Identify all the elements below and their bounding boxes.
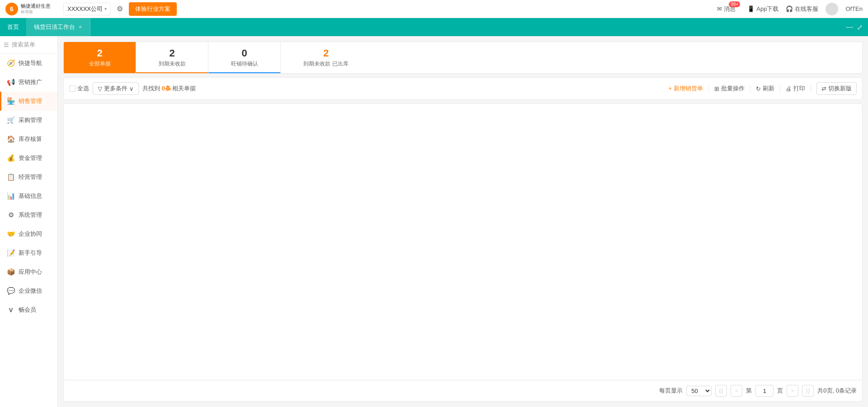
refresh-button[interactable]: ↻ 刷新 xyxy=(756,84,774,93)
chevron-down-icon: ▾ xyxy=(104,6,107,11)
refresh-label: 刷新 xyxy=(763,84,774,93)
tab-bar: 首页 钱货日清工作台 × — ⤢ xyxy=(0,18,868,36)
print-label: 打印 xyxy=(793,84,805,93)
sidebar-item-finance[interactable]: 💰 资金管理 xyxy=(0,149,57,168)
avatar[interactable] xyxy=(826,3,838,15)
stat-tab-all[interactable]: 2 全部单据 xyxy=(64,42,136,73)
toolbar: 全选 ▽ 更多条件 ∨ 共找到 0条 相关单据 + 新增销货单 ⊞ xyxy=(63,77,863,100)
sidebar-search-label: 搜索菜单 xyxy=(12,41,35,49)
minimize-icon[interactable]: — xyxy=(846,23,853,31)
batch-operation-button[interactable]: ⊞ 批量操作 xyxy=(714,84,745,93)
sidebar-label-app-center: 应用中心 xyxy=(19,268,42,276)
sidebar-item-wechat[interactable]: 💬 企业微信 xyxy=(0,281,57,300)
new-btn-label: + 新增销货单 xyxy=(669,84,703,93)
maximize-icon[interactable]: ⤢ xyxy=(857,23,863,32)
company-selector[interactable]: XXXXXX公司 ▾ xyxy=(63,3,111,15)
compass-icon: 🧭 xyxy=(7,59,15,67)
tab-underline-wangdian xyxy=(208,72,280,73)
sidebar-label-sales: 销售管理 xyxy=(19,97,42,105)
wechat-icon: 💬 xyxy=(7,287,15,295)
sidebar-item-system[interactable]: ⚙ 系统管理 xyxy=(0,206,57,225)
last-page-button[interactable]: ⟩⟩ xyxy=(802,385,814,397)
finance-icon: 💰 xyxy=(7,154,15,162)
tab-close-icon[interactable]: × xyxy=(78,23,83,31)
toolbar-right: + 新增销货单 ⊞ 批量操作 ↻ 刷新 🖨 打印 xyxy=(667,82,857,95)
sidebar-label-wechat: 企业微信 xyxy=(19,287,42,295)
trial-button[interactable]: 体验行业方案 xyxy=(129,2,177,16)
tab-qinghuori[interactable]: 钱货日清工作台 × xyxy=(27,18,90,36)
toolbar-divider-4 xyxy=(811,85,811,92)
phone-icon: 📱 xyxy=(747,5,755,12)
sidebar-item-quick-nav[interactable]: 🧭 快捷导航 xyxy=(0,54,57,73)
enterprise-icon: 🤝 xyxy=(7,230,15,238)
checkbox-box xyxy=(69,85,75,92)
sidebar-item-marketing[interactable]: 📢 营销推广 xyxy=(0,73,57,92)
app-download-label: App下载 xyxy=(756,5,778,13)
stat-tab-overdue[interactable]: 2 到期未收款 xyxy=(136,42,208,73)
toolbar-divider-3 xyxy=(780,85,780,92)
sidebar-label-enterprise: 企业协同 xyxy=(19,230,42,238)
settings-icon[interactable]: ⚙ xyxy=(113,2,127,16)
switch-version-button[interactable]: ⇄ 切换新版 xyxy=(816,82,857,95)
app-download-button[interactable]: 📱 App下载 xyxy=(747,5,778,13)
sidebar-label-beginner: 新手引导 xyxy=(19,249,42,257)
main-layout: ☰ 搜索菜单 🧭 快捷导航 📢 营销推广 🏪 销售管理 🛒 采购管理 🏠 库存核… xyxy=(0,36,868,407)
app-name: 畅捷通好生意 xyxy=(21,3,51,9)
select-all-checkbox[interactable]: 全选 xyxy=(69,84,89,93)
chevron-down-icon: ∨ xyxy=(129,85,134,92)
online-service-button[interactable]: 🎧 在线客服 xyxy=(786,5,818,13)
stat-num-all: 2 xyxy=(71,47,128,59)
sidebar-label-quick-nav: 快捷导航 xyxy=(19,59,42,67)
sidebar-item-sales[interactable]: 🏪 销售管理 xyxy=(0,92,57,111)
sales-icon: 🏪 xyxy=(7,97,15,105)
filter-label: 更多条件 xyxy=(104,84,127,93)
tab-bar-controls: — ⤢ xyxy=(840,18,868,36)
page-size-label: 每页显示 xyxy=(659,387,683,395)
operations-icon: 📋 xyxy=(7,173,15,181)
message-button[interactable]: ✉ 消息 99+ xyxy=(717,5,736,13)
stat-label-overdue: 到期未收款 xyxy=(143,60,201,68)
app-center-icon: 📦 xyxy=(7,268,15,276)
switch-icon: ⇄ xyxy=(821,85,826,92)
sidebar-item-purchase[interactable]: 🛒 采购管理 xyxy=(0,111,57,130)
sidebar-item-beginner[interactable]: 📝 新手引导 xyxy=(0,243,57,262)
first-page-button[interactable]: ⟨⟨ xyxy=(715,385,727,397)
sidebar: ☰ 搜索菜单 🧭 快捷导航 📢 营销推广 🏪 销售管理 🛒 采购管理 🏠 库存核… xyxy=(0,36,58,407)
sidebar-label-finance: 资金管理 xyxy=(19,154,42,162)
logo-area: 6 畅捷通好生意 标准版 xyxy=(5,3,63,15)
sidebar-item-basic-info[interactable]: 📊 基础信息 xyxy=(0,187,57,206)
sidebar-label-operations: 经营管理 xyxy=(19,173,42,181)
app-badge: 标准版 xyxy=(21,9,51,15)
stat-label-wangdian: 旺铺待确认 xyxy=(216,60,273,68)
tab-home[interactable]: 首页 xyxy=(0,18,27,36)
sidebar-item-enterprise[interactable]: 🤝 企业协同 xyxy=(0,225,57,243)
sidebar-label-system: 系统管理 xyxy=(19,211,42,219)
top-header: 6 畅捷通好生意 标准版 XXXXXX公司 ▾ ⚙ 体验行业方案 ✉ 消息 99… xyxy=(0,0,868,18)
page-size-select[interactable]: 20 50 100 xyxy=(686,386,712,396)
sidebar-item-member[interactable]: V 畅会员 xyxy=(0,300,57,319)
sidebar-label-marketing: 营销推广 xyxy=(19,78,42,86)
sidebar-search[interactable]: ☰ 搜索菜单 xyxy=(0,36,57,54)
stat-tab-overdue-shipped[interactable]: 2 到期未收款 已出库 xyxy=(281,42,371,73)
service-icon: 🎧 xyxy=(786,5,793,12)
page-number-input[interactable] xyxy=(755,385,774,397)
sidebar-item-app-center[interactable]: 📦 应用中心 xyxy=(0,262,57,281)
sidebar-item-operations[interactable]: 📋 经营管理 xyxy=(0,168,57,187)
new-sale-order-button[interactable]: + 新增销货单 xyxy=(667,84,703,93)
next-page-button[interactable]: ＞ xyxy=(787,385,798,397)
system-icon: ⚙ xyxy=(7,211,15,219)
batch-label: 批量操作 xyxy=(721,84,745,93)
stat-num-overdue: 2 xyxy=(143,47,201,59)
purchase-icon: 🛒 xyxy=(7,116,15,124)
inventory-icon: 🏠 xyxy=(7,135,15,143)
print-button[interactable]: 🖨 打印 xyxy=(786,84,805,93)
filter-button[interactable]: ▽ 更多条件 ∨ xyxy=(93,82,139,95)
sidebar-item-inventory[interactable]: 🏠 库存核算 xyxy=(0,130,57,149)
found-info: 共找到 0条 相关单据 xyxy=(142,84,196,93)
prev-page-button[interactable]: ＜ xyxy=(731,385,742,397)
total-info: 共0页, 0条记录 xyxy=(817,387,857,395)
avatar-name: OfTEn xyxy=(845,5,863,12)
table-area xyxy=(63,103,863,380)
sidebar-label-inventory: 库存核算 xyxy=(19,135,42,143)
stat-tab-wangdian[interactable]: 0 旺铺待确认 xyxy=(208,42,281,73)
